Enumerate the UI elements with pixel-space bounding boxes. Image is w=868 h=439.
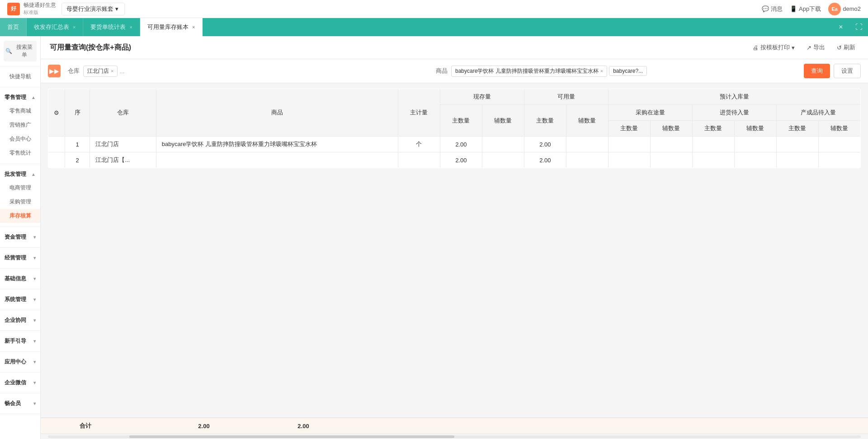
sidebar-section-vip-label: 畅会员 [5, 400, 21, 407]
tab-receive-summary-close[interactable]: × [73, 24, 75, 30]
settings-button[interactable]: 设置 [834, 64, 861, 78]
industry-selector[interactable]: 母婴行业演示账套 ▾ [61, 3, 125, 15]
tab-order-stats[interactable]: 要货单统计表 × [83, 18, 140, 36]
sidebar-section-basic-info-header[interactable]: 基础信息 ▾ [0, 272, 40, 285]
sidebar-section-system: 系统管理 ▾ [0, 289, 40, 310]
filter-warehouse-group: 仓库 江北门店 × ... [68, 66, 429, 77]
filter-warehouse-more[interactable]: ... [119, 68, 124, 75]
tab-bar: 首页 收发存汇总表 × 要货单统计表 × 可用量库存账本 × × ⛶ [0, 18, 868, 36]
cell-product-2 [156, 152, 398, 168]
cell-stock-aux-2 [482, 152, 524, 168]
sidebar-section-retail-header[interactable]: 零售管理 ▲ [0, 91, 40, 104]
filter-product-tag-0-close[interactable]: × [600, 68, 603, 74]
th-stock-main: 主数量 [440, 105, 482, 137]
tab-available-stock[interactable]: 可用量库存账本 × [140, 18, 203, 36]
cell-product-1: babycare学饮杯 儿童防摔防撞吸管杯重力球吸嘴杯宝宝水杯 [156, 137, 398, 152]
cell-purchase-main-1 [608, 137, 650, 152]
cell-incoming-main-2 [692, 152, 734, 168]
tab-home[interactable]: 首页 [0, 18, 27, 36]
table-area: ⚙ 序 仓库 商品 主计量 现存量 可用量 预计入库量 主数量 辅数量 主数量 … [41, 83, 868, 417]
tab-order-stats-close[interactable]: × [129, 24, 132, 30]
cell-unit-1: 个 [398, 137, 440, 152]
cell-warehouse-1: 江北门店 [90, 137, 156, 152]
sidebar-item-member-center[interactable]: 会员中心 [0, 132, 40, 146]
sidebar-search-button[interactable]: 🔍 搜索菜单 [4, 41, 37, 61]
sidebar-section-operations-header[interactable]: 经营管理 ▾ [0, 251, 40, 264]
sidebar-section-system-header[interactable]: 系统管理 ▾ [0, 293, 40, 306]
sidebar-section-enterprise: 企业协同 ▾ [0, 310, 40, 331]
filter-bar: ▶▶ 仓库 江北门店 × ... 商品 babycare学饮杯 儿童防摔防撞吸管… [41, 59, 868, 83]
close-all-tabs-button[interactable]: × [832, 18, 850, 36]
cell-settings [48, 137, 65, 152]
sidebar-section-finance-header[interactable]: 资金管理 ▾ [0, 231, 40, 244]
cell-incoming-main-1 [692, 137, 734, 152]
user-profile[interactable]: Ea demo2 [828, 3, 861, 15]
sidebar-section-app-center-header[interactable]: 应用中心 ▾ [0, 355, 40, 368]
tab-available-stock-close[interactable]: × [192, 24, 195, 30]
print-dropdown-icon: ▾ [792, 44, 795, 51]
total-empty-unit [123, 423, 177, 430]
industry-label: 母婴行业演示账套 [66, 5, 113, 13]
query-button[interactable]: 查询 [804, 64, 830, 78]
sidebar-section-basic-info-label: 基础信息 [5, 275, 26, 283]
sidebar-section-finance-label: 资金管理 [5, 233, 26, 241]
sidebar-section-vip-header[interactable]: 畅会员 ▾ [0, 397, 40, 410]
export-button[interactable]: ↗ 导出 [803, 42, 829, 53]
top-bar: 好 畅捷通好生意 标准版 母婴行业演示账套 ▾ 💬 消息 📱 App下载 Ea … [0, 0, 868, 18]
refresh-icon: ↺ [837, 44, 842, 51]
refresh-button[interactable]: ↺ 刷新 [833, 42, 859, 53]
page-actions: 🖨 按模板打印 ▾ ↗ 导出 ↺ 刷新 [749, 42, 859, 53]
print-template-button[interactable]: 🖨 按模板打印 ▾ [749, 42, 798, 53]
th-incoming-main: 主数量 [692, 121, 734, 137]
expand-button[interactable]: ⛶ [850, 18, 868, 36]
user-name: demo2 [843, 5, 861, 12]
th-incoming-group: 进货待入量 [692, 105, 776, 121]
sidebar-section-basic-info: 基础信息 ▾ [0, 269, 40, 289]
sidebar-item-ecommerce[interactable]: 电商管理 [0, 181, 40, 195]
filter-warehouse-tag-close[interactable]: × [111, 68, 113, 74]
sidebar-section-wholesale-header[interactable]: 批发管理 ▲ [0, 168, 40, 181]
th-purchase-group: 采购在途量 [608, 105, 692, 121]
cell-purchase-aux-1 [650, 137, 692, 152]
sidebar-item-purchase[interactable]: 采购管理 [0, 195, 40, 209]
th-purchase-main: 主数量 [608, 121, 650, 137]
tab-receive-summary[interactable]: 收发存汇总表 × [27, 18, 83, 36]
cell-production-main-1 [776, 137, 818, 152]
wholesale-arrow-icon: ▲ [31, 172, 36, 177]
sidebar-section-wechat-header[interactable]: 企业微信 ▾ [0, 376, 40, 389]
search-label: 搜索菜单 [14, 43, 35, 59]
sidebar-section-vip: 畅会员 ▾ [0, 393, 40, 414]
dropdown-icon: ▾ [115, 5, 118, 12]
th-product: 商品 [156, 89, 398, 137]
cell-unit-2 [398, 152, 440, 168]
sidebar-item-retail-stats[interactable]: 零售统计 [0, 146, 40, 160]
filter-toggle-button[interactable]: ▶▶ [48, 65, 61, 77]
horizontal-scrollbar[interactable] [48, 435, 861, 438]
sidebar-item-retail-mall[interactable]: 零售商城 [0, 104, 40, 118]
search-icon: 🔍 [5, 48, 12, 54]
app-download-button[interactable]: 📱 App下载 [790, 5, 821, 13]
cell-no-1: 1 [65, 137, 90, 152]
cell-production-aux-2 [818, 152, 860, 168]
sidebar-section-guide-header[interactable]: 新手引导 ▾ [0, 335, 40, 348]
sidebar: 🔍 搜索菜单 快捷导航 零售管理 ▲ 零售商城 营销推广 会员中心 零售统计 批… [0, 36, 41, 439]
sidebar-section-app-center-label: 应用中心 [5, 358, 26, 366]
sidebar-item-inventory[interactable]: 库存核算 [0, 209, 40, 223]
filter-warehouse-tag-text: 江北门店 [87, 67, 109, 75]
message-button[interactable]: 💬 消息 [762, 5, 783, 13]
tab-receive-summary-label: 收发存汇总表 [34, 23, 69, 31]
top-bar-left: 好 畅捷通好生意 标准版 母婴行业演示账套 ▾ [7, 2, 125, 16]
avatar: Ea [828, 3, 841, 15]
cell-incoming-aux-1 [734, 137, 776, 152]
th-warehouse: 仓库 [90, 89, 156, 137]
sidebar-item-marketing[interactable]: 营销推广 [0, 118, 40, 132]
total-stock: 2.00 [177, 423, 231, 430]
retail-arrow-icon: ▲ [31, 95, 36, 100]
th-settings[interactable]: ⚙ [48, 89, 65, 137]
export-icon: ↗ [807, 44, 811, 51]
total-available: 2.00 [276, 423, 330, 430]
sidebar-section-enterprise-header[interactable]: 企业协同 ▾ [0, 314, 40, 327]
scroll-thumb [129, 435, 454, 438]
sidebar-item-quick-nav[interactable]: 快捷导航 [0, 69, 40, 84]
filter-warehouse-tag-0: 江北门店 × [83, 66, 118, 77]
